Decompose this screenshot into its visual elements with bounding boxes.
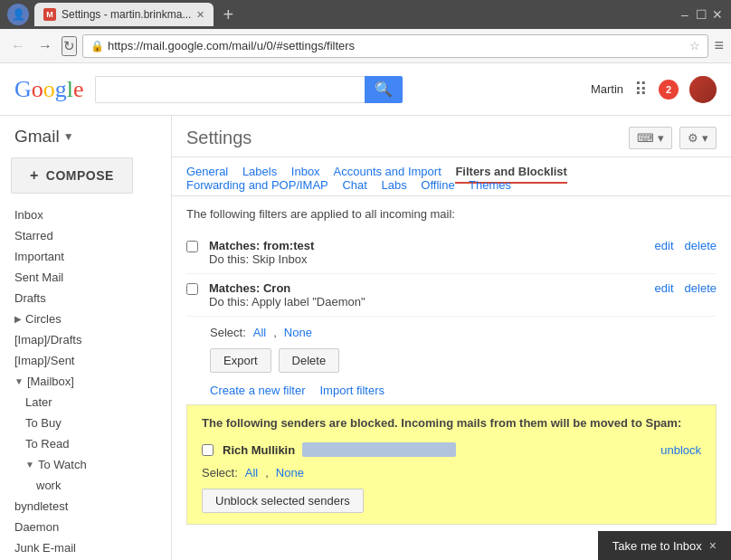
sidebar-item-imap-sent[interactable]: [Imap]/Sent [0,350,171,371]
gmail-dropdown-arrow[interactable]: ▼ [63,130,74,143]
sidebar: Gmail ▼ + COMPOSE Inbox Starred Importan… [0,116,172,560]
tab-forwarding-pop[interactable]: Forwarding and POP/IMAP [186,178,328,192]
blocked-checkbox-1[interactable] [202,444,214,456]
sidebar-item-junk[interactable]: Junk E-mail [0,537,171,558]
back-button[interactable]: ← [7,36,29,56]
sidebar-item-starred[interactable]: Starred [0,225,171,246]
filter-edit-1[interactable]: edit [655,239,674,252]
sidebar-item-mailbox[interactable]: ▼ [Mailbox] [0,371,171,392]
mailbox-arrow-icon: ▼ [14,376,24,386]
sidebar-item-to-watch[interactable]: ▼ To Watch [0,454,171,475]
blocked-row-1: Rich Mullikin unblock [202,439,701,460]
close-icon[interactable]: ✕ [711,8,724,21]
filter-actions-2: edit delete [655,281,717,295]
filter-section: The following filters are applied to all… [172,196,731,543]
blocked-select-sep: , [265,466,269,479]
tab-themes[interactable]: Themes [469,178,511,192]
filter-checkbox-1[interactable] [186,241,198,252]
blocked-select-all[interactable]: All [245,466,258,479]
filter-delete-1[interactable]: delete [685,239,717,252]
filter-matches-1: Matches: from:test [209,239,655,252]
blocked-select-none[interactable]: None [276,466,304,479]
blocked-description: The following senders are blocked. Incom… [202,416,701,430]
sidebar-item-work[interactable]: work [0,475,171,496]
sidebar-item-byndletest[interactable]: byndletest [0,496,171,517]
settings-header: Settings ⌨ ▾ ⚙ ▾ [172,116,731,157]
compose-button[interactable]: + COMPOSE [11,157,133,194]
tab-title: Settings - martin.brinkma... [62,8,191,21]
take-to-inbox-toast[interactable]: Take me to Inbox × [598,531,731,560]
sidebar-item-imap-drafts[interactable]: [Imap]/Drafts [0,329,171,350]
select-row: Select: All , None [186,326,717,339]
tab-labs[interactable]: Labs [382,178,407,192]
sidebar-item-important[interactable]: Important [0,246,171,267]
google-search-input[interactable] [95,76,365,103]
compose-label: COMPOSE [46,168,114,183]
title-bar: 👤 M Settings - martin.brinkma... ✕ + – ☐… [0,0,731,29]
notification-badge[interactable]: 2 [659,80,679,100]
title-bar-left: 👤 M Settings - martin.brinkma... ✕ + [7,3,237,26]
main-layout: Gmail ▼ + COMPOSE Inbox Starred Importan… [0,116,731,560]
url-bar[interactable]: 🔒 https://mail.google.com/mail/u/0/#sett… [82,34,708,58]
avatar[interactable] [689,76,717,103]
sidebar-item-daemon[interactable]: Daemon [0,517,171,537]
sidebar-item-to-buy[interactable]: To Buy [0,413,171,433]
tab-close-icon[interactable]: ✕ [196,9,204,21]
window-controls: – ☐ ✕ [679,8,724,21]
refresh-button[interactable]: ↻ [62,36,77,56]
filter-actions-1: edit delete [655,239,717,252]
filter-edit-2[interactable]: edit [655,281,674,295]
tab-chat[interactable]: Chat [342,178,366,192]
filter-checkbox-2[interactable] [186,283,198,295]
delete-button[interactable]: Delete [279,348,340,373]
keyboard-shortcuts-button[interactable]: ⌨ ▾ [629,127,672,149]
bookmark-icon[interactable]: ☆ [689,39,700,52]
sidebar-item-circles[interactable]: ▶ Circles [0,308,171,329]
google-search-button[interactable]: 🔍 [365,76,403,103]
toast-close-icon[interactable]: × [709,538,717,553]
filter-description: The following filters are applied to all… [186,207,717,221]
settings-nav: General Labels Inbox Accounts and Import… [172,157,731,196]
browser-menu-icon[interactable]: ≡ [714,36,724,55]
minimize-icon[interactable]: – [679,8,691,21]
filter-matches-2: Matches: Cron [209,281,655,295]
blocked-select-row: Select: All , None [202,460,701,485]
tab-accounts-import[interactable]: Accounts and Import [334,165,441,178]
unblock-selected-button[interactable]: Unblock selected senders [202,489,364,513]
settings-gear-button[interactable]: ⚙ ▾ [679,127,717,149]
profile-icon-title[interactable]: 👤 [7,4,29,25]
to-watch-arrow-icon: ▼ [25,460,34,470]
sidebar-item-later[interactable]: Later [0,392,171,413]
export-button[interactable]: Export [210,348,271,373]
take-to-inbox-label: Take me to Inbox [612,539,702,553]
new-tab-icon[interactable]: + [219,5,237,25]
address-bar: ← → ↻ 🔒 https://mail.google.com/mail/u/0… [0,29,731,63]
tab-inbox[interactable]: Inbox [291,165,320,178]
sidebar-item-drafts[interactable]: Drafts [0,288,171,308]
filter-delete-2[interactable]: delete [685,281,717,295]
forward-button[interactable]: → [34,36,56,56]
select-none-link[interactable]: None [284,326,312,339]
url-text: https://mail.google.com/mail/u/0/#settin… [108,39,686,52]
sidebar-item-sent[interactable]: Sent Mail [0,267,171,288]
google-header: Google 🔍 Martin ⠿ 2 [0,63,731,116]
header-right: Martin ⠿ 2 [591,76,717,103]
browser-tab[interactable]: M Settings - martin.brinkma... ✕ [34,3,214,26]
avatar-image [689,76,717,103]
import-filters-link[interactable]: Import filters [320,384,385,397]
unblock-link-1[interactable]: unblock [660,443,701,457]
select-all-link[interactable]: All [253,326,266,339]
circles-arrow-icon: ▶ [14,314,22,324]
create-filter-link[interactable]: Create a new filter [210,384,306,397]
tab-general[interactable]: General [186,165,228,178]
apps-grid-icon[interactable]: ⠿ [634,79,648,100]
tab-labels[interactable]: Labels [242,165,277,178]
tab-offline[interactable]: Offline [421,178,454,192]
filter-content-1: Matches: from:test Do this: Skip Inbox [209,239,655,266]
filter-action-1: Do this: Skip Inbox [209,252,655,266]
sidebar-item-inbox[interactable]: Inbox [0,204,171,225]
maximize-icon[interactable]: ☐ [695,8,707,21]
search-bar-container: 🔍 [95,76,403,103]
gmail-label: Gmail ▼ [0,123,171,154]
sidebar-item-to-read[interactable]: To Read [0,433,171,454]
